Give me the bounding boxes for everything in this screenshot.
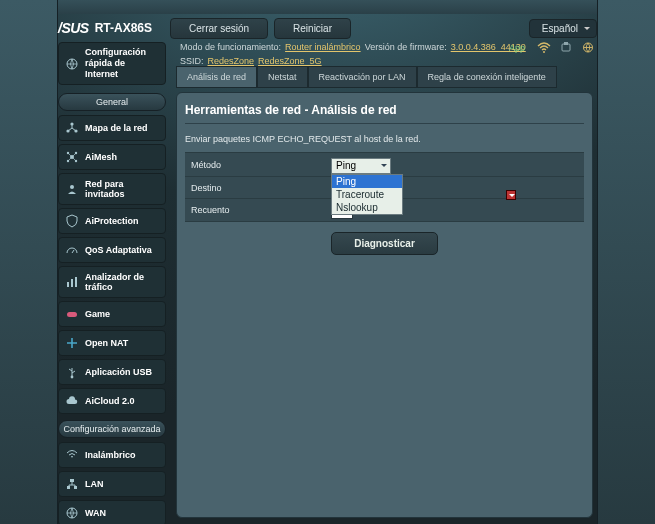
sidebar-item-aicloud[interactable]: AiCloud 2.0 xyxy=(58,388,166,414)
brand-logo: /SUS xyxy=(58,20,89,36)
svg-rect-16 xyxy=(75,277,77,287)
reboot-button[interactable]: Reiniciar xyxy=(274,18,351,39)
tab-smart-connect[interactable]: Regla de conexión inteligente xyxy=(417,66,557,88)
svg-rect-19 xyxy=(70,479,74,482)
tool-panel: Herramientas de red - Análisis de red En… xyxy=(176,92,593,518)
svg-point-13 xyxy=(70,185,74,189)
guest-network-icon xyxy=(65,182,79,196)
open-nat-icon xyxy=(65,336,79,350)
sidebar-item-wan[interactable]: WAN xyxy=(58,500,166,524)
tab-netstat[interactable]: Netstat xyxy=(257,66,308,88)
sidebar-item-aimesh[interactable]: AiMesh xyxy=(58,144,166,170)
method-dropdown: Ping Traceroute Nslookup xyxy=(331,174,403,215)
usb-status-icon[interactable] xyxy=(559,42,573,53)
gauge-icon xyxy=(65,243,79,257)
tab-wol[interactable]: Reactivación por LAN xyxy=(308,66,417,88)
sidebar-item-network-map[interactable]: Mapa de la red xyxy=(58,115,166,141)
sidebar-item-aiprotection[interactable]: AiProtection xyxy=(58,208,166,234)
sidebar-item-label: Aplicación USB xyxy=(85,367,152,377)
shield-icon xyxy=(65,214,79,228)
count-label: Recuento xyxy=(185,201,325,219)
target-label: Destino xyxy=(185,179,325,197)
quick-internet-setup[interactable]: Configuraciónrápida de Internet xyxy=(58,42,166,85)
sidebar-item-label: Open NAT xyxy=(85,338,128,348)
method-option-ping[interactable]: Ping xyxy=(332,175,402,188)
svg-rect-14 xyxy=(67,282,69,287)
panel-description: Enviar paquetes ICMP ECHO_REQUEST al hos… xyxy=(185,134,584,144)
sidebar-item-label: Game xyxy=(85,309,110,319)
bars-icon xyxy=(65,275,79,289)
sidebar-item-traffic-analyzer[interactable]: Analizador de tráfico xyxy=(58,266,166,298)
sidebar-item-lan[interactable]: LAN xyxy=(58,471,166,497)
wireless-icon xyxy=(65,448,79,462)
sidebar-item-label: WAN xyxy=(85,508,106,518)
tab-bar: Análisis de red Netstat Reactivación por… xyxy=(176,66,593,88)
cloud-icon xyxy=(65,394,79,408)
svg-rect-1 xyxy=(562,44,570,51)
method-option-nslookup[interactable]: Nslookup xyxy=(332,201,402,214)
svg-rect-17 xyxy=(67,312,77,317)
sidebar-item-wireless[interactable]: Inalámbrico xyxy=(58,442,166,468)
sidebar-item-label: QoS Adaptativa xyxy=(85,245,152,255)
language-selector[interactable]: Español xyxy=(529,19,597,38)
network-map-icon xyxy=(65,121,79,135)
fw-label: Versión de firmware: xyxy=(365,40,447,54)
app-link[interactable]: App xyxy=(509,43,525,53)
sidebar-item-usb-app[interactable]: Aplicación USB xyxy=(58,359,166,385)
model-label: RT-AX86S xyxy=(95,21,152,35)
svg-rect-15 xyxy=(71,279,73,287)
svg-point-0 xyxy=(543,51,545,53)
sidebar-item-label: AiCloud 2.0 xyxy=(85,396,135,406)
usb-icon xyxy=(65,365,79,379)
lan-icon xyxy=(65,477,79,491)
panel-title: Herramientas de red - Análisis de red xyxy=(185,103,584,117)
sidebar-item-game[interactable]: Game xyxy=(58,301,166,327)
gamepad-icon xyxy=(65,307,79,321)
sidebar-item-label: Analizador de tráfico xyxy=(85,272,159,292)
mode-link[interactable]: Router inalámbrico xyxy=(285,40,361,54)
svg-rect-2 xyxy=(564,42,568,45)
qis-line2: rápida de Internet xyxy=(85,58,125,79)
sidebar-item-qos[interactable]: QoS Adaptativa xyxy=(58,237,166,263)
network-status-icon[interactable] xyxy=(581,42,595,53)
sidebar-item-open-nat[interactable]: Open NAT xyxy=(58,330,166,356)
svg-rect-20 xyxy=(67,486,70,489)
section-advanced: Configuración avanzada xyxy=(58,420,166,438)
method-label: Método xyxy=(185,156,325,174)
sidebar-item-label: Mapa de la red xyxy=(85,123,148,133)
logout-button[interactable]: Cerrar sesión xyxy=(170,18,268,39)
svg-rect-21 xyxy=(74,486,77,489)
globe-icon xyxy=(65,506,79,520)
mode-label: Modo de funcionamiento: xyxy=(180,40,281,54)
sidebar-item-guest-network[interactable]: Red para invitados xyxy=(58,173,166,205)
section-general: General xyxy=(58,93,166,111)
target-picker-button[interactable] xyxy=(506,190,516,200)
tab-network-analysis[interactable]: Análisis de red xyxy=(176,66,257,88)
qis-line1: Configuración xyxy=(85,47,146,57)
svg-point-18 xyxy=(71,376,74,379)
method-option-traceroute[interactable]: Traceroute xyxy=(332,188,402,201)
aimesh-icon xyxy=(65,150,79,164)
diagnose-button[interactable]: Diagnosticar xyxy=(331,232,438,255)
sidebar-item-label: Inalámbrico xyxy=(85,450,136,460)
sidebar-item-label: Red para invitados xyxy=(85,179,159,199)
wifi-status-icon[interactable] xyxy=(537,42,551,53)
gear-globe-icon xyxy=(65,57,79,71)
sidebar-item-label: AiProtection xyxy=(85,216,139,226)
method-select[interactable]: Ping xyxy=(331,158,391,174)
sidebar-item-label: AiMesh xyxy=(85,152,117,162)
sidebar-item-label: LAN xyxy=(85,479,104,489)
